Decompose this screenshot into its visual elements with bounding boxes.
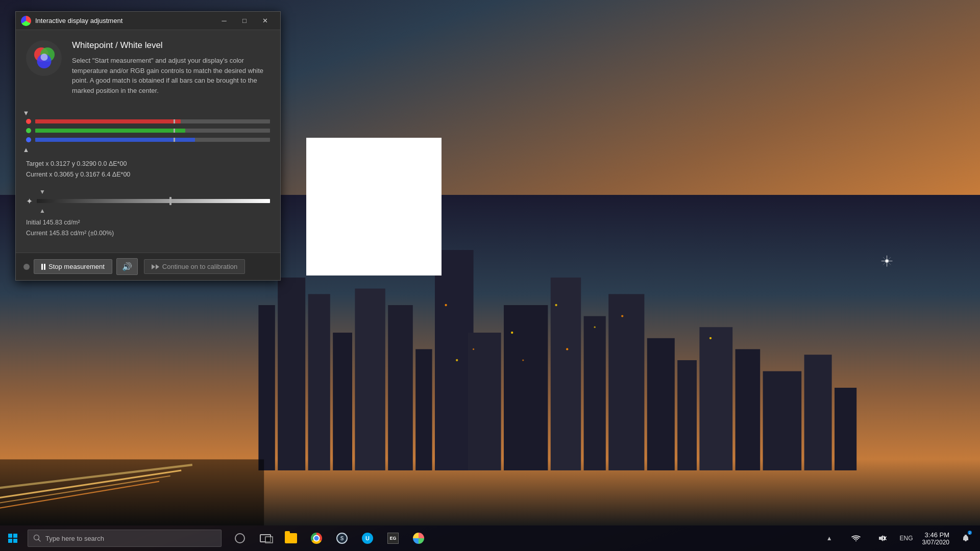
blue-slider-thumb bbox=[174, 138, 175, 142]
restore-button[interactable]: □ bbox=[234, 13, 255, 29]
language-indicator[interactable]: ENG bbox=[897, 525, 916, 551]
luminance-section: ▼ ✦ ▲ Initial 145.83 cd/m² Current 145.8… bbox=[26, 188, 270, 239]
continue-calibration-button[interactable]: Continue on to calibration bbox=[144, 259, 245, 274]
svg-rect-7 bbox=[415, 349, 432, 470]
svg-rect-4 bbox=[333, 333, 352, 470]
blue-slider-track[interactable] bbox=[35, 138, 270, 142]
taskbar: Type here to search S bbox=[0, 525, 980, 551]
lum-thumb bbox=[169, 197, 172, 205]
chevron-up-icon: ▲ bbox=[826, 535, 832, 542]
chrome-icon bbox=[311, 533, 322, 544]
description-text: Select "Start measurement" and adjust yo… bbox=[72, 56, 270, 95]
svg-rect-12 bbox=[584, 316, 606, 470]
stop-measurement-button[interactable]: Stop measurement bbox=[34, 259, 112, 274]
windows-logo-icon bbox=[8, 534, 17, 543]
stop-button-label: Stop measurement bbox=[48, 263, 105, 270]
svg-line-47 bbox=[38, 539, 40, 541]
continue-button-label: Continue on to calibration bbox=[162, 263, 237, 270]
network-icon-button[interactable] bbox=[844, 525, 868, 551]
svg-point-21 bbox=[445, 304, 447, 306]
audio-button[interactable]: 🔊 bbox=[116, 258, 138, 275]
lum-track[interactable] bbox=[37, 199, 270, 203]
svg-rect-18 bbox=[763, 371, 802, 470]
center-marker-arrow-down: ▼ bbox=[23, 110, 30, 116]
coordinates-section: Target x 0.3127 y 0.3290 0.0 ΔE*00 Curre… bbox=[26, 159, 270, 181]
header-text: Whitepoint / White level Select "Start m… bbox=[72, 40, 270, 95]
blue-slider-row bbox=[26, 137, 270, 142]
minimize-button[interactable]: ─ bbox=[214, 13, 234, 29]
start-button[interactable] bbox=[0, 525, 26, 551]
red-slider-track[interactable] bbox=[35, 119, 270, 123]
svg-rect-5 bbox=[355, 289, 385, 470]
notification-badge: 2 bbox=[968, 531, 972, 535]
status-indicator bbox=[23, 264, 30, 270]
show-hidden-icons-button[interactable]: ▲ bbox=[817, 525, 842, 551]
uplay-icon: U bbox=[362, 533, 373, 544]
svg-point-24 bbox=[511, 332, 513, 334]
green-slider-fill bbox=[35, 129, 185, 133]
taskbar-cortana-button[interactable] bbox=[228, 525, 252, 551]
notification-icon bbox=[962, 534, 970, 542]
arrow-tri-2 bbox=[156, 264, 159, 269]
language-text: ENG bbox=[900, 535, 913, 542]
svg-rect-17 bbox=[736, 349, 761, 470]
bottom-controls: Stop measurement 🔊 Continue on to calibr… bbox=[16, 253, 280, 280]
notification-center-button[interactable]: 2 bbox=[955, 525, 976, 551]
pause-bar-1 bbox=[41, 264, 43, 270]
lum-row: ✦ bbox=[26, 196, 270, 206]
close-button[interactable]: ✕ bbox=[255, 13, 275, 29]
svg-point-28 bbox=[594, 327, 596, 328]
taskbar-epic-button[interactable]: EG bbox=[381, 525, 405, 551]
steam-icon: S bbox=[336, 533, 348, 544]
svg-rect-13 bbox=[608, 294, 644, 470]
displaycal-taskbar-icon bbox=[413, 533, 424, 544]
svg-rect-6 bbox=[388, 305, 413, 470]
svg-rect-20 bbox=[835, 388, 856, 470]
green-slider-track[interactable] bbox=[35, 129, 270, 133]
svg-rect-9 bbox=[468, 333, 501, 470]
section-title: Whitepoint / White level bbox=[72, 40, 270, 51]
red-slider-fill bbox=[35, 119, 181, 123]
svg-point-23 bbox=[473, 348, 474, 350]
taskbar-taskview-button[interactable] bbox=[253, 525, 278, 551]
taskbar-chrome-button[interactable] bbox=[304, 525, 329, 551]
sliders-section: ▼ bbox=[26, 106, 270, 159]
window-app-icon bbox=[21, 16, 31, 26]
app-window: Interactive display adjustment ─ □ ✕ bbox=[15, 11, 281, 281]
center-marker-arrow-up: ▲ bbox=[23, 146, 30, 153]
svg-point-25 bbox=[522, 359, 524, 361]
svg-point-30 bbox=[709, 337, 712, 339]
search-bar[interactable]: Type here to search bbox=[28, 530, 222, 547]
target-coords: Target x 0.3127 y 0.3290 0.0 ΔE*00 bbox=[26, 159, 270, 169]
taskbar-center: S U EG bbox=[228, 525, 431, 551]
audio-icon: 🔊 bbox=[122, 262, 132, 271]
volume-icon-button[interactable] bbox=[870, 525, 895, 551]
lum-arrow-down: ▼ bbox=[26, 188, 270, 195]
wifi-icon bbox=[851, 535, 861, 542]
lum-values: Initial 145.83 cd/m² Current 145.83 cd/m… bbox=[26, 217, 270, 239]
green-dot bbox=[26, 128, 31, 133]
continue-arrow-icon bbox=[152, 264, 159, 269]
lum-current: Current 145.83 cd/m² (±0.00%) bbox=[26, 228, 270, 239]
window-title: Interactive display adjustment bbox=[35, 17, 210, 24]
window-content: Whitepoint / White level Select "Start m… bbox=[16, 30, 280, 253]
taskbar-displaycal-button[interactable] bbox=[406, 525, 431, 551]
svg-point-45 bbox=[40, 54, 47, 61]
taskbar-uplay-button[interactable]: U bbox=[355, 525, 380, 551]
svg-point-27 bbox=[566, 348, 568, 350]
current-coords: Current x 0.3065 y 0.3167 6.4 ΔE*00 bbox=[26, 169, 270, 180]
red-slider-thumb bbox=[174, 119, 175, 123]
pause-bar-2 bbox=[44, 264, 45, 270]
sun-icon: ✦ bbox=[26, 196, 33, 206]
taskbar-steam-button[interactable]: S bbox=[330, 525, 354, 551]
lum-initial: Initial 145.83 cd/m² bbox=[26, 217, 270, 228]
blue-slider-fill bbox=[35, 138, 195, 142]
task-view-icon bbox=[260, 534, 271, 542]
clock-button[interactable]: 3:46 PM 3/07/2020 bbox=[918, 531, 953, 546]
lum-arrow-up: ▲ bbox=[26, 207, 270, 214]
svg-rect-3 bbox=[308, 294, 330, 470]
taskbar-fileexplorer-button[interactable] bbox=[279, 525, 303, 551]
search-placeholder-text: Type here to search bbox=[45, 535, 104, 542]
green-slider-thumb bbox=[174, 129, 175, 133]
blue-dot bbox=[26, 137, 31, 142]
